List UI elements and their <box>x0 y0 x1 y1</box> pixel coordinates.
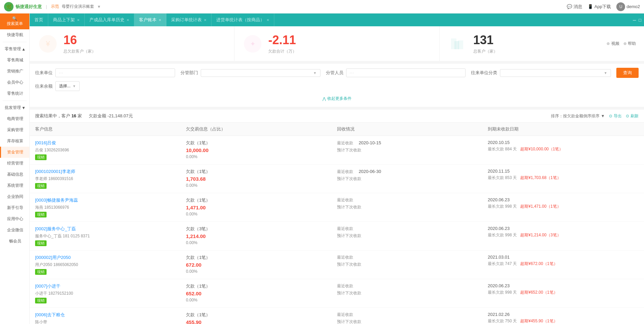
help-btn[interactable]: ⊙ 帮助 <box>623 41 636 47</box>
customer-name[interactable]: [000002]用户2050 <box>35 255 186 261</box>
customer-name[interactable]: [0002]服务中心_丁磊 <box>35 226 186 232</box>
due-overdue[interactable]: 超期¥455.90（1笔） <box>520 319 557 323</box>
filter-extra-select[interactable]: 选择... ▼ <box>55 81 80 91</box>
collapse-filter-btn[interactable]: ⋀ 收起更多条件 <box>35 94 639 103</box>
sidebar-item-system-mgmt[interactable]: 系统管理 <box>0 180 29 191</box>
due-info-cell: 2021.02.26 最长欠款 750 天 超期¥455.90（1笔） <box>488 312 639 324</box>
tab-purchase-stats[interactable]: 进货单统计表（按商品） ✕ <box>212 13 274 26</box>
debt-amount[interactable]: 1,703.68 <box>186 176 337 182</box>
col-header-customer: 客户信息 <box>35 126 186 132</box>
sidebar-item-member-vip[interactable]: 畅会员 <box>0 236 29 247</box>
col-header-debt: 欠交易信息（占比） <box>186 126 337 132</box>
sidebar-item-enterprise-wechat[interactable]: 企业微信 <box>0 225 29 236</box>
video-btn[interactable]: ⊙ 视频 <box>607 41 619 47</box>
sidebar-item-ops-mgmt[interactable]: 经营管理 <box>0 158 29 169</box>
top-bar: 🌿 畅捷通好生意 | 示范 母婴行业演示账套 ▼ 💬 消息 📱 App下载 U … <box>0 0 644 13</box>
debt-percent: 0.00% <box>186 240 337 245</box>
tab-close-purchase-stats[interactable]: ✕ <box>267 18 269 22</box>
debt-info-cell: 欠款（1笔） 10,000.00 0.00% <box>186 140 337 159</box>
sidebar-item-ecommerce[interactable]: 电商管理 <box>0 113 29 124</box>
tab-close-customer-account[interactable]: ✕ <box>159 18 161 22</box>
stat-card-debt-customers: ¥ 16 总欠款客户（家） <box>30 26 234 61</box>
debt-amount[interactable]: 10,000.00 <box>186 147 337 153</box>
sidebar-item-marketing[interactable]: 营销推广 <box>0 66 29 77</box>
due-overdue[interactable]: 超期¥672.00（1笔） <box>520 261 557 266</box>
tabs-expand-btn[interactable]: □ <box>639 18 641 23</box>
due-overdue[interactable]: 超期¥1,214.00（3笔） <box>520 233 561 237</box>
customer-name[interactable]: [0007]小进干 <box>35 283 186 289</box>
sidebar-item-enterprise[interactable]: 企业协同 <box>0 191 29 202</box>
due-date: 2021.02.26 <box>488 312 639 317</box>
customer-info-cell: [0006]去下粮仓 陈小带 现销 <box>35 312 186 324</box>
demo-label[interactable]: 示范 <box>51 4 59 9</box>
tab-home[interactable]: 首页 <box>30 13 48 26</box>
customer-phone: 吕俊 13026203696 <box>35 147 186 153</box>
filter-input-client-unit[interactable]: ··· <box>55 68 175 77</box>
avatar-img: U <box>616 2 625 11</box>
customer-phone: 服务中心_丁磊 181 0125 8371 <box>35 233 186 239</box>
filter-label-manager: 分管人员 <box>326 70 343 76</box>
stat-info-total-customers: 131 总客户（家） <box>473 33 498 54</box>
sidebar-item-new-guide[interactable]: 新手引导 <box>0 202 29 213</box>
sidebar-item-app-center[interactable]: 应用中心 <box>0 213 29 225</box>
body-layout: 🔍 搜索菜单 快捷导航 零售管理 ▲ 零售商城 营销推广 会员中心 零售统计 <box>0 13 644 324</box>
customer-info-cell: [0007]小进干 小进干 18279152100 现销 <box>35 283 186 303</box>
sidebar-item-purchase-mgmt[interactable]: 采购管理 <box>0 124 29 136</box>
chevron-unit-category: ▼ <box>604 71 607 75</box>
customer-name[interactable]: [0006]去下粮仓 <box>35 312 186 318</box>
debt-amount[interactable]: 672.00 <box>186 262 337 268</box>
due-overdue[interactable]: 超期¥1,471.00（1笔） <box>520 204 561 209</box>
tab-product-offline[interactable]: 商品上下架 ✕ <box>48 13 85 26</box>
sidebar-item-batch-mgmt[interactable]: 批发管理 ▼ <box>0 102 29 113</box>
customer-info-cell: [000002]用户2050 用户2050 18665062050 现销 <box>35 255 186 275</box>
message-btn[interactable]: 💬 消息 <box>567 4 582 10</box>
due-overdue[interactable]: 超期¥10,000.00（1笔） <box>520 147 563 151</box>
chevron-down-icon-2: ▼ <box>22 106 26 110</box>
sidebar-item-retail-stats[interactable]: 零售统计 <box>0 88 29 99</box>
customer-name[interactable]: [0016]吕俊 <box>35 140 186 146</box>
sidebar-item-capital-mgmt[interactable]: 资金管理 <box>0 147 29 158</box>
sidebar-item-basic-info[interactable]: 基础信息 <box>0 169 29 180</box>
debt-amount[interactable]: 455.90 <box>186 319 337 324</box>
debt-count: 欠款（1笔） <box>186 312 337 318</box>
export-button[interactable]: ⊙ 导出 <box>609 113 622 119</box>
debt-amount[interactable]: 1,214.00 <box>186 233 337 239</box>
sidebar-item-retail-mgmt[interactable]: 零售管理 ▲ <box>0 43 29 55</box>
due-info-cell: 2020.06.23 最长欠款 998 天 超期¥1,471.00（1笔） <box>488 197 639 209</box>
debt-count: 欠款（1笔） <box>186 283 337 289</box>
filter-label-unit-category: 往来单位分类 <box>471 70 497 76</box>
dropdown-arrow[interactable]: ▼ <box>97 4 101 9</box>
filter-select-unit-category[interactable]: ▼ <box>500 69 611 77</box>
sidebar-item-inventory[interactable]: 库存核算 <box>0 136 29 147</box>
due-overdue[interactable]: 超期¥652.00（1笔） <box>520 290 557 295</box>
search-menu-btn[interactable]: 🔍 搜索菜单 <box>0 13 29 29</box>
user-avatar[interactable]: U demo2 <box>616 2 640 11</box>
tab-close-purchase-order[interactable]: ✕ <box>204 18 206 22</box>
tabs-collapse-btn[interactable]: ─ <box>633 18 636 23</box>
sort-button[interactable]: 排序：按欠款金额倒序排序 ▼ <box>551 113 605 119</box>
sidebar-item-member-center[interactable]: 会员中心 <box>0 77 29 88</box>
logo-text: 畅捷通好生意 <box>16 4 42 10</box>
filter-input-manager[interactable]: ··· <box>346 68 466 77</box>
tab-product-history[interactable]: 产成品入库单历史 ✕ <box>85 13 134 26</box>
tab-close-product-history[interactable]: ✕ <box>127 18 129 22</box>
app-download-btn[interactable]: 📱 App下载 <box>588 4 611 10</box>
debt-amount[interactable]: 652.00 <box>186 291 337 296</box>
debt-info-cell: 欠款（1笔） 455.90 0.00% <box>186 312 337 324</box>
stat-value-debt-total: -2.11 <box>268 33 297 47</box>
tab-purchase-order[interactable]: 采购订单统计表 ✕ <box>166 13 212 26</box>
due-overdue[interactable]: 超期¥1,703.68（1笔） <box>520 175 561 180</box>
customer-phone: 用户2050 18665062050 <box>35 262 186 268</box>
tab-customer-account[interactable]: 客户账本 ✕ <box>134 13 166 26</box>
customer-name[interactable]: [0003]畅捷服务尹海蕊 <box>35 197 186 203</box>
customer-name[interactable]: [0001020001]李老师 <box>35 169 186 175</box>
sidebar-item-retail-store[interactable]: 零售商城 <box>0 55 29 66</box>
payment-date: 2020-06-30 <box>354 169 381 174</box>
filter-select-dept[interactable]: ▼ <box>201 69 320 77</box>
tab-close-product-offline[interactable]: ✕ <box>77 18 80 22</box>
refresh-icon: ⊙ <box>626 114 629 118</box>
search-button[interactable]: 查询 <box>616 68 639 78</box>
debt-amount[interactable]: 1,471.00 <box>186 205 337 210</box>
refresh-button[interactable]: ⊙ 刷新 <box>626 113 639 119</box>
sidebar-item-quick-nav[interactable]: 快捷导航 <box>0 29 29 40</box>
